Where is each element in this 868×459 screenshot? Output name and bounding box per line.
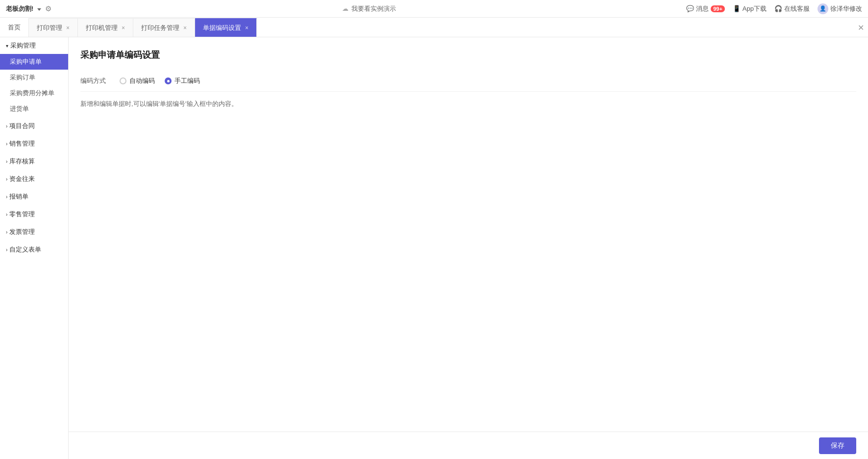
content-area: 采购申请单编码设置 编码方式 自动编码 手工编码 新增和编辑单据时,可以编辑'单… <box>69 37 868 459</box>
sidebar-group-invoice-title[interactable]: › 发票管理 <box>0 224 68 240</box>
tab-print-task-close[interactable]: × <box>183 25 187 31</box>
app-download-label: App下载 <box>743 4 767 13</box>
chevron-right-retail-icon: › <box>6 212 7 217</box>
chevron-right-inventory-icon: › <box>6 159 7 164</box>
sidebar-group-sales-title[interactable]: › 销售管理 <box>0 135 68 152</box>
tab-home[interactable]: 首页 <box>0 18 29 37</box>
cloud-icon: ☁ <box>342 5 348 12</box>
chevron-right-capital-icon: › <box>6 177 7 182</box>
tab-home-label: 首页 <box>8 23 21 32</box>
tab-bar: 首页 打印管理 × 打印机管理 × 打印任务管理 × 单据编码设置 × ✕ <box>0 18 868 37</box>
sidebar-group-project-title[interactable]: › 项目合同 <box>0 118 68 134</box>
message-label: 消息 <box>696 4 709 13</box>
sidebar-group-custom-form: › 自定义表单 <box>0 241 68 258</box>
sidebar-group-purchase-title[interactable]: ▾ 采购管理 <box>0 37 68 54</box>
sidebar-group-capital: › 资金往来 <box>0 171 68 187</box>
sidebar-item-stock-in[interactable]: 进货单 <box>0 101 68 117</box>
user-menu-button[interactable]: 👤 徐泽华修改 <box>818 3 862 14</box>
user-name: 徐泽华修改 <box>830 4 862 13</box>
sidebar-group-inventory: › 库存核算 <box>0 153 68 170</box>
save-button[interactable]: 保存 <box>819 437 856 454</box>
sidebar-item-purchase-expense[interactable]: 采购费用分摊单 <box>0 85 68 101</box>
online-service-button[interactable]: 🎧 在线客服 <box>774 4 810 13</box>
sidebar-group-custom-form-title[interactable]: › 自定义表单 <box>0 241 68 258</box>
tab-close-all[interactable]: ✕ <box>854 18 868 37</box>
sidebar-group-returns: › 报销单 <box>0 188 68 205</box>
avatar-icon: 👤 <box>818 3 828 14</box>
message-badge: 99+ <box>711 5 725 12</box>
logo: 老板勿割! <box>6 4 33 13</box>
headset-icon: 🎧 <box>774 5 782 12</box>
chevron-down-icon[interactable] <box>37 5 41 12</box>
tab-print-mgmt-label: 打印管理 <box>37 24 62 32</box>
radio-auto-circle <box>120 77 126 84</box>
radio-manual-circle <box>165 77 172 84</box>
tab-print-mgmt-close[interactable]: × <box>66 25 70 31</box>
encoding-method-label: 编码方式 <box>80 76 110 85</box>
encoding-radio-group: 自动编码 手工编码 <box>120 76 200 85</box>
radio-auto-label: 自动编码 <box>129 76 155 85</box>
main-layout: ▾ 采购管理 采购申请单 采购订单 采购费用分摊单 进货单 › 项目合同 <box>0 37 868 459</box>
chevron-down-purchase-icon: ▾ <box>6 43 8 49</box>
sidebar-group-purchase: ▾ 采购管理 采购申请单 采购订单 采购费用分摊单 进货单 <box>0 37 68 117</box>
sidebar-group-project: › 项目合同 <box>0 118 68 134</box>
radio-manual-label: 手工编码 <box>174 76 200 85</box>
sidebar-group-retail: › 零售管理 <box>0 206 68 223</box>
top-bar-right: 💬 消息 99+ 📱 App下载 🎧 在线客服 👤 徐泽华修改 <box>686 3 862 14</box>
message-icon: 💬 <box>686 5 694 12</box>
sidebar-group-invoice: › 发票管理 <box>0 224 68 240</box>
chevron-right-custom-icon: › <box>6 247 7 253</box>
tab-printer-mgmt-label: 打印机管理 <box>86 24 118 32</box>
encoding-row: 编码方式 自动编码 手工编码 <box>80 71 856 92</box>
tab-single-code-label: 单据编码设置 <box>203 24 241 32</box>
mobile-icon: 📱 <box>733 5 741 12</box>
sidebar-group-purchase-label: 采购管理 <box>10 41 36 50</box>
sidebar-item-purchase-request[interactable]: 采购申请单 <box>0 54 68 70</box>
tab-printer-mgmt-close[interactable]: × <box>122 25 125 31</box>
info-text: 新增和编辑单据时,可以编辑'单据编号'输入框中的内容。 <box>80 100 856 108</box>
sidebar-group-inventory-title[interactable]: › 库存核算 <box>0 153 68 170</box>
chevron-right-sales-icon: › <box>6 141 7 147</box>
tab-print-task[interactable]: 打印任务管理 × <box>133 18 195 37</box>
tab-printer-mgmt[interactable]: 打印机管理 × <box>78 18 133 37</box>
radio-auto-code[interactable]: 自动编码 <box>120 76 155 85</box>
tab-single-code-close[interactable]: × <box>245 25 248 31</box>
chevron-right-invoice-icon: › <box>6 230 7 235</box>
message-button[interactable]: 💬 消息 99+ <box>686 4 725 13</box>
top-bar-center: ☁ 我要看实例演示 <box>342 4 396 13</box>
radio-manual-code[interactable]: 手工编码 <box>165 76 200 85</box>
sidebar: ▾ 采购管理 采购申请单 采购订单 采购费用分摊单 进货单 › 项目合同 <box>0 37 69 459</box>
online-service-label: 在线客服 <box>784 4 810 13</box>
sidebar-item-purchase-order[interactable]: 采购订单 <box>0 70 68 85</box>
content-footer: 保存 <box>69 432 868 459</box>
sidebar-group-returns-title[interactable]: › 报销单 <box>0 188 68 205</box>
chevron-right-project-icon: › <box>6 124 7 129</box>
page-title: 采购申请单编码设置 <box>80 49 856 61</box>
settings-icon[interactable]: ⚙ <box>45 4 51 13</box>
content-inner: 采购申请单编码设置 编码方式 自动编码 手工编码 新增和编辑单据时,可以编辑'单… <box>69 37 868 432</box>
tab-print-task-label: 打印任务管理 <box>141 24 179 32</box>
sidebar-group-capital-title[interactable]: › 资金往来 <box>0 171 68 187</box>
top-bar-left: 老板勿割! ⚙ <box>6 4 51 13</box>
demo-link[interactable]: 我要看实例演示 <box>351 4 396 13</box>
app-download-button[interactable]: 📱 App下载 <box>733 4 767 13</box>
sidebar-group-sales: › 销售管理 <box>0 135 68 152</box>
tab-single-code[interactable]: 单据编码设置 × <box>195 18 257 37</box>
sidebar-group-retail-title[interactable]: › 零售管理 <box>0 206 68 223</box>
chevron-right-returns-icon: › <box>6 194 7 200</box>
tab-print-mgmt[interactable]: 打印管理 × <box>29 18 78 37</box>
top-bar: 老板勿割! ⚙ ☁ 我要看实例演示 💬 消息 99+ 📱 App下载 🎧 在线客… <box>0 0 868 18</box>
